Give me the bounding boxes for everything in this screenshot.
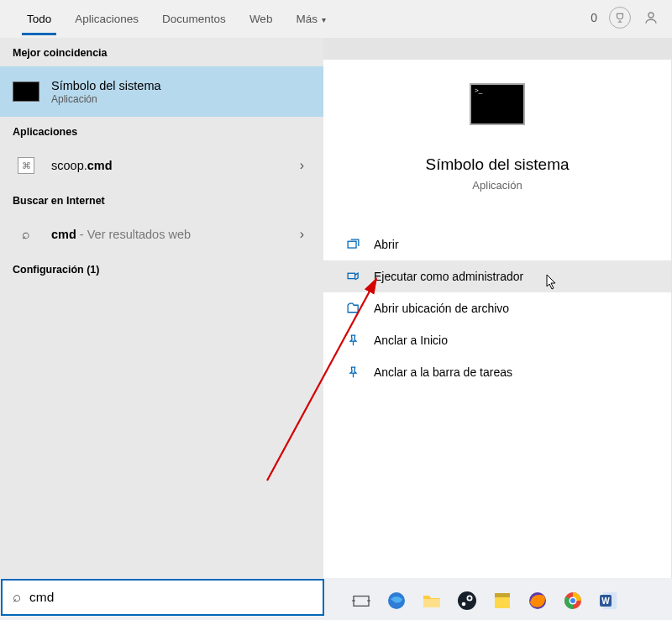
trophy-icon[interactable] [609, 7, 631, 29]
account-icon[interactable] [643, 9, 659, 26]
svg-text:W: W [601, 596, 610, 606]
tab-documentos[interactable]: Documentos [150, 3, 238, 35]
best-match-header: Mejor coincidencia [0, 38, 323, 66]
word-icon[interactable]: W [596, 589, 620, 612]
tabs-bar: Todo Aplicaciones Documentos Web Más▾ 0 [0, 0, 672, 38]
explorer-icon[interactable] [420, 589, 444, 612]
shield-icon [345, 269, 360, 284]
preview-title: Símbolo del sistema [323, 155, 671, 174]
apps-header: Aplicaciones [0, 117, 323, 145]
chevron-right-icon: › [300, 227, 311, 242]
chevron-down-icon: ▾ [322, 15, 326, 24]
cmd-icon [13, 81, 39, 102]
action-pin-start[interactable]: Anclar a Inicio [323, 324, 671, 356]
search-input[interactable] [29, 590, 312, 605]
file-icon: ⌘ [18, 157, 34, 174]
result-subtitle: Aplicación [51, 93, 311, 105]
taskbar: ⌕ W [0, 578, 672, 620]
search-icon: ⌕ [22, 227, 30, 242]
chevron-right-icon: › [300, 158, 311, 173]
action-open-location[interactable]: Abrir ubicación de archivo [323, 292, 671, 324]
notes-icon[interactable] [491, 589, 514, 612]
rewards-count: 0 [591, 11, 597, 24]
folder-icon [345, 301, 360, 316]
action-run-admin[interactable]: Ejecutar como administrador [323, 260, 671, 292]
result-best-match[interactable]: Símbolo del sistema Aplicación [0, 66, 323, 117]
svg-rect-4 [354, 596, 369, 606]
chrome-icon[interactable] [561, 589, 585, 612]
svg-point-0 [648, 13, 654, 18]
taskview-icon[interactable] [349, 589, 373, 612]
results-pane: Mejor coincidencia Símbolo del sistema A… [0, 38, 323, 578]
svg-rect-1 [348, 241, 356, 248]
svg-point-12 [462, 602, 466, 606]
svg-rect-8 [423, 599, 440, 607]
search-icon: ⌕ [13, 589, 21, 606]
tab-todo[interactable]: Todo [15, 3, 63, 35]
web-header: Buscar en Internet [0, 186, 323, 214]
action-open[interactable]: Abrir [323, 229, 671, 260]
result-title: Símbolo del sistema [51, 79, 311, 92]
firefox-icon[interactable] [526, 589, 549, 612]
preview-app-icon [470, 83, 525, 125]
edge-icon[interactable] [385, 589, 408, 612]
tab-web[interactable]: Web [238, 3, 285, 35]
svg-point-11 [468, 596, 471, 600]
config-header[interactable]: Configuración (1) [0, 255, 323, 283]
tab-mas[interactable]: Más▾ [284, 3, 338, 35]
pin-icon [345, 365, 360, 380]
svg-rect-2 [348, 273, 355, 278]
svg-point-18 [570, 598, 575, 603]
search-box[interactable]: ⌕ [1, 579, 324, 616]
open-icon [345, 237, 360, 252]
svg-point-9 [458, 591, 476, 610]
svg-rect-14 [495, 593, 510, 597]
steam-icon[interactable] [455, 589, 479, 612]
result-app-scoop-cmd[interactable]: ⌘ scoop.cmd › [0, 145, 323, 186]
result-web-cmd[interactable]: ⌕ cmd - Ver resultados web › [0, 214, 323, 255]
action-pin-taskbar[interactable]: Anclar a la barra de tareas [323, 356, 671, 388]
preview-pane: Símbolo del sistema Aplicación Abrir Eje… [323, 60, 671, 578]
preview-subtitle: Aplicación [323, 179, 671, 192]
tab-aplicaciones[interactable]: Aplicaciones [63, 3, 150, 35]
pin-icon [345, 333, 360, 348]
